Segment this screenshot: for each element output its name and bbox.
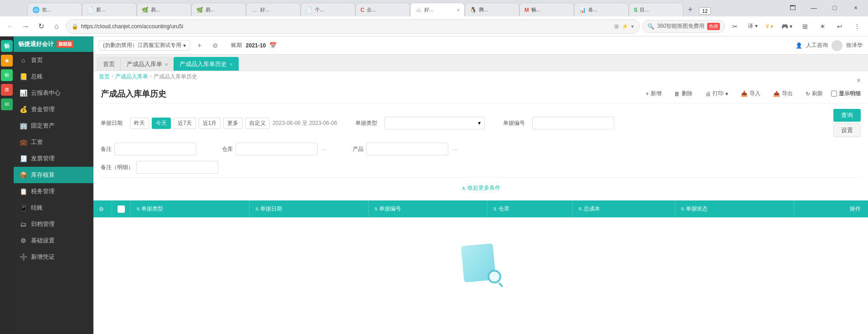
- more-date-btn[interactable]: 更多: [223, 118, 242, 129]
- sidebar-item-ledger[interactable]: 📒 总账: [14, 68, 93, 85]
- app-icon-star[interactable]: ★: [1, 55, 13, 67]
- sort-doc-no-icon: ⇅: [374, 206, 378, 211]
- browser-tab-9[interactable]: 🐧 腾...: [465, 3, 519, 16]
- doc-no-input[interactable]: [532, 117, 614, 129]
- warehouse-input[interactable]: [236, 143, 318, 155]
- browser-tab-11[interactable]: 📊 各...: [574, 3, 629, 16]
- forward-button[interactable]: →: [19, 20, 32, 33]
- sidebar-item-settings[interactable]: ⚙ 基础设置: [14, 232, 93, 249]
- yuan-button[interactable]: ¥ ▾: [763, 23, 776, 30]
- refresh-button[interactable]: ↻ 刷新: [801, 88, 827, 99]
- gamepad-button[interactable]: 🎮 ▾: [779, 23, 795, 30]
- settings-topbar-button[interactable]: ⚙: [209, 41, 222, 51]
- archive-icon: 🗂: [19, 221, 27, 228]
- tab-product-history[interactable]: 产成品入库单历史 ×: [174, 57, 238, 71]
- th-gear[interactable]: ⚙: [93, 200, 112, 217]
- more-button[interactable]: ⋮: [850, 19, 864, 34]
- custom-date-btn[interactable]: 自定义: [245, 118, 270, 129]
- user-service-label[interactable]: 人工咨询: [806, 41, 828, 49]
- export-button[interactable]: 📤 导出: [769, 88, 797, 99]
- sidebar-item-assets[interactable]: 🏢 固定资产: [14, 118, 93, 134]
- 1month-btn[interactable]: 近1月: [199, 118, 221, 129]
- close-window-button[interactable]: ×: [845, 1, 866, 15]
- app-icon-green[interactable]: 畅: [1, 69, 13, 81]
- print-button[interactable]: 🖨 打印 ▾: [701, 88, 733, 99]
- delete-button[interactable]: 🗑 删除: [670, 88, 697, 99]
- show-detail-checkbox[interactable]: [831, 91, 837, 97]
- browser-tab-6[interactable]: 📄 个...: [301, 3, 355, 16]
- restore-down-button[interactable]: 🗔: [782, 1, 803, 15]
- breadcrumb-entry[interactable]: 产成品入库单: [115, 73, 148, 81]
- note-detail-input[interactable]: [136, 161, 218, 174]
- sidebar-item-inventory[interactable]: 📦 库存核算: [14, 167, 93, 183]
- sidebar-item-assets-label: 固定资产: [31, 122, 55, 130]
- app-icon-weibo[interactable]: 微: [1, 84, 13, 96]
- close-page-button[interactable]: ×: [853, 75, 864, 87]
- show-detail-checkbox-area[interactable]: 显示明细: [831, 90, 861, 98]
- sidebar-item-new-voucher[interactable]: ➕ 新增凭证: [14, 249, 93, 265]
- sidebar-item-payroll[interactable]: 💼 工资: [14, 134, 93, 150]
- sidebar-item-archive[interactable]: 🗂 归档管理: [14, 216, 93, 232]
- grid-view-button[interactable]: ⊞: [798, 19, 812, 34]
- print-icon: 🖨: [705, 91, 711, 97]
- invoice-icon: 🧾: [19, 155, 27, 162]
- breadcrumb-home[interactable]: 首页: [99, 73, 110, 81]
- sidebar-item-tax[interactable]: 📋 税务管理: [14, 183, 93, 200]
- app-icon-mail[interactable]: ✉: [1, 98, 13, 110]
- history-back-button[interactable]: ↩: [832, 19, 847, 34]
- 360-search-bar[interactable]: 🔍 360智能抠图免费用 热搜: [642, 20, 725, 33]
- new-tab-button[interactable]: +: [683, 3, 697, 16]
- translate-button[interactable]: 译 ▾: [745, 22, 760, 30]
- collapse-filters-button[interactable]: ∧ 收起更多条件: [459, 181, 503, 195]
- browser-tab-4[interactable]: 🌿 易...: [191, 3, 246, 16]
- minimize-button[interactable]: —: [803, 1, 824, 15]
- tab-close-8[interactable]: ×: [457, 7, 460, 13]
- query-button[interactable]: 查询: [833, 109, 861, 122]
- tab-product-history-close[interactable]: ×: [230, 62, 232, 67]
- app-icon-main[interactable]: 畅: [1, 40, 13, 52]
- add-company-button[interactable]: +: [194, 40, 205, 51]
- browser-tab-2[interactable]: 📄 新...: [82, 3, 137, 16]
- back-button[interactable]: ←: [4, 20, 16, 33]
- dropdown-arrow[interactable]: ▾: [631, 23, 634, 30]
- refresh-label: 刷新: [812, 90, 823, 98]
- today-btn[interactable]: 今天: [152, 118, 171, 129]
- new-voucher-icon: ➕: [19, 253, 27, 261]
- browser-tab-8[interactable]: ☁️ 好... ×: [410, 3, 465, 16]
- calendar-icon[interactable]: 📅: [269, 42, 277, 49]
- th-check[interactable]: [112, 200, 130, 217]
- product-dots[interactable]: ···: [453, 146, 458, 153]
- browser-tab-12[interactable]: S 目...: [629, 3, 683, 16]
- scissors-button[interactable]: ✂: [728, 19, 742, 34]
- url-bar[interactable]: 🔒 https://cloud.chanjet.com/accounting/u…: [66, 19, 640, 34]
- sidebar-item-checkout[interactable]: 📱 结账: [14, 200, 93, 216]
- warehouse-dots[interactable]: ···: [322, 146, 327, 153]
- refresh-button[interactable]: ↻: [35, 20, 47, 33]
- doc-type-select[interactable]: ▾: [385, 117, 485, 129]
- sidebar-item-funds[interactable]: 💰 资金管理: [14, 101, 93, 118]
- tab-product-entry-close[interactable]: ×: [165, 62, 168, 67]
- header-checkbox[interactable]: [118, 206, 125, 213]
- tab-product-entry[interactable]: 产成品入库单 ×: [121, 57, 174, 71]
- th-operations: 操作: [794, 200, 868, 217]
- sidebar-item-invoice[interactable]: 🧾 发票管理: [14, 150, 93, 167]
- note-input[interactable]: [114, 143, 196, 155]
- browser-tab-10[interactable]: M 畅...: [519, 3, 574, 16]
- browser-tab-7[interactable]: C 企...: [355, 3, 410, 16]
- theme-button[interactable]: ☀: [815, 19, 830, 34]
- sidebar-item-home[interactable]: ⌂ 首页: [14, 52, 93, 68]
- browser-tab-5[interactable]: ☁️ 好...: [246, 3, 301, 16]
- yesterday-btn[interactable]: 昨天: [130, 118, 149, 129]
- browser-tab-3[interactable]: 🌿 易...: [137, 3, 191, 16]
- add-button[interactable]: + 新增: [641, 88, 666, 99]
- maximize-button[interactable]: □: [824, 1, 845, 15]
- home-button[interactable]: ⌂: [50, 20, 63, 33]
- sidebar-item-reports[interactable]: 📊 云报表中心: [14, 85, 93, 101]
- tab-home[interactable]: 首页: [97, 57, 121, 71]
- product-input[interactable]: [366, 143, 448, 155]
- 7days-btn[interactable]: 近7天: [174, 118, 196, 129]
- import-button[interactable]: 📥 导入: [736, 88, 765, 99]
- filter-settings-button[interactable]: 设置: [833, 123, 861, 137]
- company-selector[interactable]: (勿删勿禁用）江西服宝测试专用 ▾: [99, 40, 190, 51]
- browser-tab-1[interactable]: 🌐 在...: [27, 3, 82, 16]
